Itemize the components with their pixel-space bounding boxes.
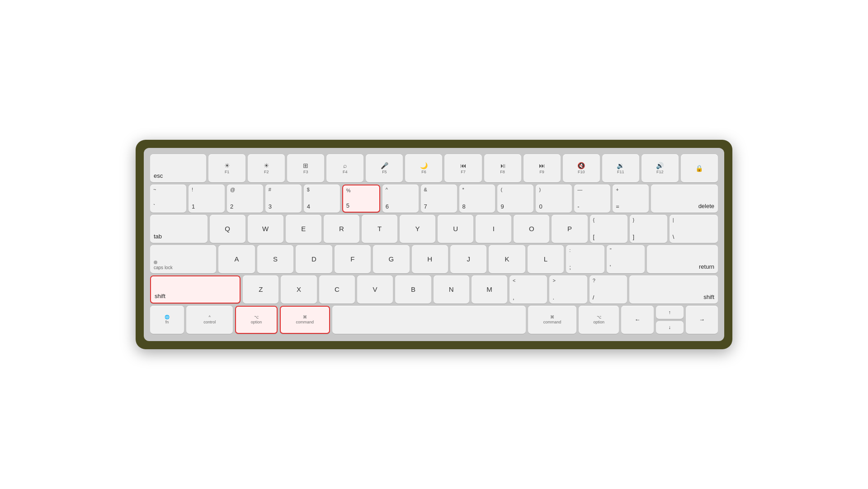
key-caps-lock[interactable]: caps lock	[150, 245, 216, 273]
modifier-row: 🌐 fn ^ control ⌥ option ⌘ command ⌘ comm…	[150, 306, 718, 334]
key-f5[interactable]: 🎤 F5	[366, 154, 403, 182]
key-f2[interactable]: ☀ F2	[248, 154, 285, 182]
key-period[interactable]: > .	[549, 275, 587, 304]
key-quote[interactable]: " '	[607, 245, 645, 273]
key-r[interactable]: R	[324, 215, 359, 243]
key-f8[interactable]: ⏯ F8	[484, 154, 521, 182]
key-fn[interactable]: 🌐 fn	[150, 306, 184, 334]
key-slash[interactable]: ? /	[590, 275, 627, 304]
key-command-left[interactable]: ⌘ command	[280, 306, 330, 334]
key-h[interactable]: H	[412, 245, 448, 273]
key-9[interactable]: ( 9	[497, 185, 533, 213]
key-0[interactable]: ) 0	[536, 185, 572, 213]
key-arrow-up[interactable]: ↑	[656, 306, 684, 319]
key-right-bracket[interactable]: } ]	[630, 215, 667, 243]
key-semicolon[interactable]: : ;	[566, 245, 604, 273]
key-j[interactable]: J	[450, 245, 486, 273]
key-s[interactable]: S	[257, 245, 293, 273]
caps-lock-indicator	[154, 261, 157, 264]
key-equals[interactable]: + =	[613, 185, 649, 213]
key-a[interactable]: A	[218, 245, 255, 273]
key-b[interactable]: B	[395, 275, 431, 304]
key-4[interactable]: $ 4	[304, 185, 340, 213]
key-1[interactable]: ! 1	[189, 185, 225, 213]
key-f1[interactable]: ☀ F1	[208, 154, 245, 182]
key-c[interactable]: C	[319, 275, 355, 304]
key-f10[interactable]: 🔇 F10	[563, 154, 600, 182]
keyboard-body: esc ☀ F1 ☀ F2 ⊞ F3 ⌕ F4 🎤 F5	[144, 148, 724, 341]
key-p[interactable]: P	[552, 215, 587, 243]
key-f4[interactable]: ⌕ F4	[326, 154, 363, 182]
key-left-bracket[interactable]: { [	[590, 215, 627, 243]
key-f11[interactable]: 🔉 F11	[602, 154, 639, 182]
function-row: esc ☀ F1 ☀ F2 ⊞ F3 ⌕ F4 🎤 F5	[150, 154, 718, 182]
key-option-right[interactable]: ⌥ option	[579, 306, 619, 334]
key-esc[interactable]: esc	[150, 154, 206, 182]
key-f12[interactable]: 🔊 F12	[642, 154, 679, 182]
key-delete[interactable]: delete	[651, 185, 718, 213]
key-u[interactable]: U	[438, 215, 473, 243]
key-f[interactable]: F	[335, 245, 371, 273]
key-y[interactable]: Y	[400, 215, 435, 243]
key-arrow-left[interactable]: ←	[621, 306, 653, 334]
key-g[interactable]: G	[373, 245, 409, 273]
key-7[interactable]: & 7	[421, 185, 457, 213]
key-control[interactable]: ^ control	[186, 306, 233, 334]
key-z[interactable]: Z	[243, 275, 278, 304]
arrow-up-down-cluster: ↑ ↓	[656, 306, 684, 334]
key-tab[interactable]: tab	[150, 215, 208, 243]
key-space[interactable]	[332, 306, 526, 334]
key-backtick[interactable]: ~ `	[150, 185, 186, 213]
key-shift-left[interactable]: shift	[150, 275, 241, 304]
number-row: ~ ` ! 1 @ 2 # 3 $ 4 % 5	[150, 185, 718, 213]
qwerty-row: tab Q W E R T Y U I	[150, 215, 718, 243]
globe-icon: 🌐	[165, 315, 170, 320]
key-v[interactable]: V	[357, 275, 393, 304]
key-lock[interactable]: 🔒	[681, 154, 718, 182]
key-5[interactable]: % 5	[342, 185, 380, 213]
key-f9[interactable]: ⏭ F9	[524, 154, 561, 182]
key-6[interactable]: ^ 6	[382, 185, 419, 213]
key-x[interactable]: X	[281, 275, 316, 304]
asdf-row: caps lock A S D F G H J	[150, 245, 718, 273]
key-option-left[interactable]: ⌥ option	[235, 306, 277, 334]
key-f3[interactable]: ⊞ F3	[287, 154, 324, 182]
key-3[interactable]: # 3	[265, 185, 302, 213]
key-k[interactable]: K	[489, 245, 525, 273]
key-m[interactable]: M	[472, 275, 507, 304]
key-i[interactable]: I	[476, 215, 511, 243]
keyboard-wrapper: esc ☀ F1 ☀ F2 ⊞ F3 ⌕ F4 🎤 F5	[136, 140, 732, 349]
key-e[interactable]: E	[286, 215, 321, 243]
key-8[interactable]: * 8	[459, 185, 495, 213]
key-2[interactable]: @ 2	[227, 185, 263, 213]
key-d[interactable]: D	[296, 245, 332, 273]
key-comma[interactable]: < ,	[509, 275, 547, 304]
key-command-right[interactable]: ⌘ command	[528, 306, 576, 334]
zxcv-row: shift Z X C V B N M <	[150, 275, 718, 304]
key-f7[interactable]: ⏮ F7	[444, 154, 481, 182]
key-l[interactable]: L	[528, 245, 564, 273]
key-arrow-down[interactable]: ↓	[656, 321, 684, 334]
key-shift-right[interactable]: shift	[629, 275, 718, 304]
key-q[interactable]: Q	[210, 215, 245, 243]
key-n[interactable]: N	[434, 275, 469, 304]
key-o[interactable]: O	[514, 215, 549, 243]
key-minus[interactable]: — -	[574, 185, 610, 213]
key-arrow-right[interactable]: →	[686, 306, 718, 334]
key-backslash[interactable]: | \	[670, 215, 718, 243]
key-w[interactable]: W	[248, 215, 283, 243]
key-return[interactable]: return	[647, 245, 718, 273]
key-f6[interactable]: 🌙 F6	[405, 154, 442, 182]
key-t[interactable]: T	[362, 215, 397, 243]
